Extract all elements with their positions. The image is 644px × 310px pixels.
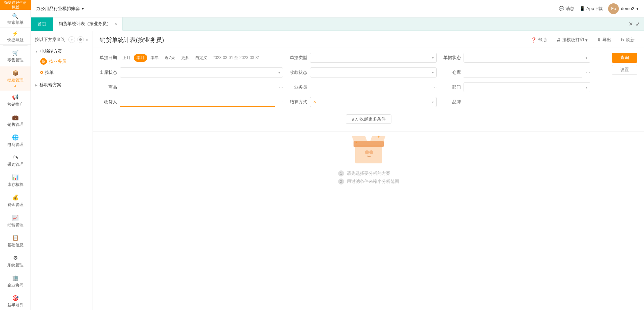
sidebar-item-finance[interactable]: 💰 资金管理 <box>0 191 31 211</box>
sidebar-item-basic[interactable]: 📋 基础信息 <box>0 231 31 251</box>
warehouse-input[interactable] <box>464 67 582 78</box>
collapse-button[interactable]: ∧∧ 收起更多条件 <box>346 114 391 124</box>
print-dropdown-icon: ▾ <box>585 38 588 43</box>
tab-close-window-icon[interactable]: ✕ <box>629 21 633 27</box>
filter-consignee: 收货人 ··· <box>100 97 283 107</box>
settings-button[interactable]: 设置 <box>612 65 637 75</box>
stock-status-select[interactable]: ▾ <box>120 67 283 78</box>
svg-text:✦: ✦ <box>355 141 358 144</box>
panel-collapse-button[interactable]: « <box>86 37 89 42</box>
settlement-label: 结算方式 <box>290 99 307 105</box>
help-icon: ❓ <box>531 37 537 43</box>
help-button[interactable]: ❓ 帮助 <box>528 36 549 44</box>
print-icon: 🖨 <box>556 37 561 43</box>
empty-steps: 1 请先选择要分析的方案 2 用过滤条件来缩小分析范围 <box>338 170 399 185</box>
sidebar-item-search[interactable]: 🔍 搜索菜单 <box>0 10 31 28</box>
filter-date: 单据日期 上月 本月 本年 近7天 更多 自定义 20 <box>100 54 283 62</box>
svg-rect-0 <box>355 145 382 163</box>
print-button[interactable]: 🖨 按模板打印 ▾ <box>553 36 590 44</box>
doc-status-label: 单据状态 <box>443 55 461 61</box>
date-more[interactable]: 更多 <box>178 54 192 62</box>
step-1-number: 1 <box>338 170 344 176</box>
topbar-title: 办公用品行业模拟账套 ▾ <box>36 6 555 12</box>
tree-mobile-group[interactable]: ▶ 移动端方案 <box>31 80 93 90</box>
department-select[interactable]: ▾ <box>464 82 590 92</box>
date-last-month[interactable]: 上月 <box>120 54 133 62</box>
date-recent7[interactable]: 近7天 <box>162 54 178 62</box>
sidebar-item-wholesale[interactable]: 📦 批发管理 ▲ <box>0 66 31 91</box>
settlement-select[interactable]: ✕ ▾ <box>310 97 437 107</box>
goods-dots-icon[interactable]: ··· <box>279 84 283 90</box>
tree-item-by-order[interactable]: 按单 <box>40 68 93 77</box>
consignee-dots-icon[interactable]: ··· <box>279 99 283 105</box>
panel-header: 按以下方案查询 + ⚙ « <box>31 34 93 46</box>
sidebar-item-sales[interactable]: 💼 销售管理 <box>0 111 31 131</box>
filter-row-3: 商品 ··· 业务员 ··· 部门 <box>100 82 637 92</box>
doc-status-select[interactable]: ▾ <box>464 53 590 63</box>
brand-label: 品牌 <box>443 99 461 105</box>
filter-doc-status: 单据状态 ▾ <box>443 53 590 63</box>
sidebar-item-system[interactable]: ⚙ 系统管理 <box>0 251 31 271</box>
sidebar-logo[interactable]: 畅捷通好生意 标版 <box>0 0 31 10</box>
tab-sales-stats[interactable]: 销货单统计表（按业务员） × <box>53 17 123 31</box>
sidebar-item-retail[interactable]: 🛒 零售管理 <box>0 46 31 66</box>
sidebar-item-quick-nav[interactable]: ⚡ 快捷导航 <box>0 28 31 45</box>
brand-dots-icon[interactable]: ··· <box>586 99 590 105</box>
tab-maximize-icon[interactable]: ⤢ <box>636 21 640 27</box>
sidebar-item-beginner[interactable]: 🎯 新手引导 <box>0 292 31 310</box>
filter-container: 单据日期 上月 本月 本年 近7天 更多 自定义 20 <box>93 48 644 132</box>
doc-type-select[interactable]: ▾ <box>310 53 437 63</box>
consignee-input[interactable] <box>120 97 275 107</box>
date-custom[interactable]: 自定义 <box>193 54 210 62</box>
sidebar-item-inventory[interactable]: 📊 库存核算 <box>0 171 31 191</box>
stock-status-chevron-icon: ▾ <box>278 71 280 74</box>
department-label: 部门 <box>443 84 461 90</box>
tree-arrow-icon: ▼ <box>35 50 38 53</box>
filter-row-4: 收货人 ··· 结算方式 ✕ ▾ <box>100 97 637 107</box>
filter-department: 部门 ▾ <box>443 82 590 92</box>
date-this-month[interactable]: 本月 <box>134 54 147 62</box>
sidebar-item-purchase[interactable]: 🛍 采购管理 <box>0 151 31 171</box>
warehouse-dots-icon[interactable]: ··· <box>586 69 590 75</box>
tree-desktop-group[interactable]: ▼ 电脑端方案 <box>31 46 93 56</box>
sidebar-item-marketing[interactable]: 📢 营销推广 <box>0 91 31 111</box>
logo-text: 畅捷通好生意 标版 <box>4 0 26 10</box>
date-filter: 上月 本月 本年 近7天 更多 自定义 2023-03-01 至 2023-03… <box>120 54 283 62</box>
export-button[interactable]: ⬇ 导出 <box>594 36 614 44</box>
tree-item-salesperson[interactable]: 按 按业务员 <box>40 56 93 66</box>
payment-status-select[interactable]: ▾ <box>310 67 437 78</box>
collapse-up-icon: ∧∧ <box>352 117 358 122</box>
topbar-dropdown[interactable]: ▾ <box>82 6 84 11</box>
tab-close-icon[interactable]: × <box>114 21 117 27</box>
avatar: Ea <box>608 3 619 14</box>
doc-type-chevron-icon: ▾ <box>432 56 434 60</box>
user-chevron-icon: ▾ <box>636 6 639 11</box>
message-button[interactable]: 💬 消息 <box>559 6 574 12</box>
message-icon: 💬 <box>559 6 564 11</box>
salesperson-input[interactable] <box>310 82 428 92</box>
svg-point-7 <box>369 150 373 154</box>
query-button[interactable]: 查询 <box>612 53 637 63</box>
department-chevron-icon: ▾ <box>586 86 587 89</box>
date-range: 2023-03-01 至 2023-03-31 <box>213 55 260 61</box>
sidebar-item-enterprise[interactable]: 🏢 企业协同 <box>0 271 31 292</box>
date-this-year[interactable]: 本年 <box>148 54 161 62</box>
sidebar-item-ecommerce[interactable]: 🌐 电商管理 <box>0 131 31 151</box>
sidebar: 畅捷通好生意 标版 🔍 搜索菜单 ⚡ 快捷导航 🛒 零售管理 📦 批发管理 ▲ … <box>0 0 31 310</box>
panel-add-button[interactable]: + <box>68 36 75 43</box>
filter-goods: 商品 ··· <box>100 82 283 92</box>
brand-input[interactable] <box>464 97 582 107</box>
user-menu[interactable]: Ea demo2 ▾ <box>608 3 639 14</box>
panel-settings-button[interactable]: ⚙ <box>77 36 84 43</box>
main-area: 办公用品行业模拟账套 ▾ 💬 消息 📱 App下载 Ea demo2 ▾ 首页 … <box>31 0 644 310</box>
salesperson-dots-icon[interactable]: ··· <box>432 84 437 90</box>
settlement-chevron-icon: ▾ <box>432 100 434 104</box>
goods-input[interactable] <box>120 82 275 92</box>
refresh-button[interactable]: ↻ 刷新 <box>618 36 637 44</box>
svg-point-6 <box>365 150 369 154</box>
app-download-button[interactable]: 📱 App下载 <box>580 6 603 12</box>
tab-home[interactable]: 首页 <box>31 17 53 31</box>
svg-rect-1 <box>354 141 384 147</box>
payment-status-chevron-icon: ▾ <box>432 71 434 74</box>
sidebar-item-operations[interactable]: 📈 经营管理 <box>0 211 31 231</box>
